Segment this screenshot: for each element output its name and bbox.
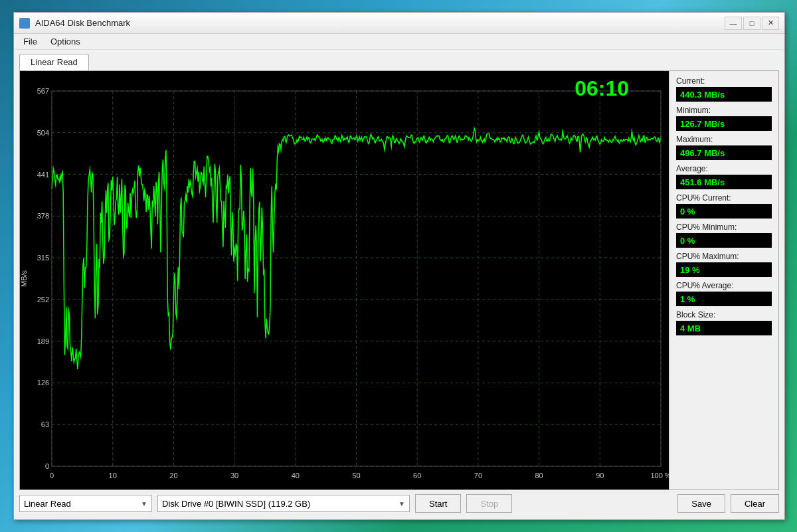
maximize-button[interactable]: □ <box>743 17 760 30</box>
save-button[interactable]: Save <box>677 494 725 513</box>
disk-dropdown[interactable]: Disk Drive #0 [BIWIN SSD] (119.2 GB) ▼ <box>157 495 410 512</box>
clear-button[interactable]: Clear <box>731 494 779 513</box>
stat-average: Average: 451.6 MB/s <box>676 164 772 189</box>
test-dropdown-value: Linear Read <box>24 499 71 509</box>
stat-cpu-minimum-label: CPU% Minimum: <box>676 222 772 232</box>
stats-panel: Current: 440.3 MB/s Minimum: 126.7 MB/s … <box>669 71 778 489</box>
stat-cpu-maximum: CPU% Maximum: 19 % <box>676 252 772 277</box>
menu-bar: File Options <box>14 34 784 50</box>
stat-minimum-label: Minimum: <box>676 106 772 115</box>
stat-maximum-label: Maximum: <box>676 135 772 144</box>
app-icon <box>19 18 30 29</box>
stat-cpu-average: CPU% Average: 1 % <box>676 281 772 306</box>
stat-cpu-minimum: CPU% Minimum: 0 % <box>676 222 772 248</box>
stat-cpu-minimum-value: 0 % <box>676 233 772 248</box>
close-button[interactable]: ✕ <box>762 17 779 30</box>
menu-options[interactable]: Options <box>44 35 87 48</box>
stat-current-label: Current: <box>676 76 772 86</box>
stat-average-label: Average: <box>676 164 772 173</box>
main-window: AIDA64 Disk Benchmark — □ ✕ File Options… <box>13 12 785 520</box>
main-panel: 06:10 Current: 440.3 MB/s Minimum: 126.7… <box>19 70 779 490</box>
test-dropdown[interactable]: Linear Read ▼ <box>19 495 152 512</box>
stat-cpu-current-value: 0 % <box>676 204 772 219</box>
stat-maximum: Maximum: 496.7 MB/s <box>676 135 772 160</box>
menu-file[interactable]: File <box>17 35 44 48</box>
stat-cpu-current-label: CPU% Current: <box>676 193 772 203</box>
start-button[interactable]: Start <box>415 494 461 513</box>
stat-block-size: Block Size: 4 MB <box>676 310 772 335</box>
stat-cpu-current: CPU% Current: 0 % <box>676 193 772 219</box>
stat-current: Current: 440.3 MB/s <box>676 76 772 102</box>
tab-bar: Linear Read <box>19 54 779 70</box>
stat-cpu-average-label: CPU% Average: <box>676 281 772 290</box>
stat-maximum-value: 496.7 MB/s <box>676 145 772 160</box>
chart-area: 06:10 <box>20 71 669 489</box>
window-controls: — □ ✕ <box>725 17 779 30</box>
stat-block-size-value: 4 MB <box>676 321 772 335</box>
stop-button[interactable]: Stop <box>466 494 512 513</box>
chart-timer: 06:10 <box>575 76 629 101</box>
stat-cpu-maximum-value: 19 % <box>676 262 772 277</box>
window-title: AIDA64 Disk Benchmark <box>35 18 725 28</box>
tab-linear-read[interactable]: Linear Read <box>19 54 89 70</box>
disk-dropdown-arrow: ▼ <box>398 500 405 507</box>
stat-cpu-average-value: 1 % <box>676 292 772 306</box>
stat-block-size-label: Block Size: <box>676 310 772 319</box>
benchmark-chart <box>20 71 669 489</box>
title-bar: AIDA64 Disk Benchmark — □ ✕ <box>14 13 784 34</box>
minimize-button[interactable]: — <box>725 17 742 30</box>
stat-cpu-maximum-label: CPU% Maximum: <box>676 252 772 261</box>
stat-minimum-value: 126.7 MB/s <box>676 116 772 131</box>
bottom-controls: Linear Read ▼ Disk Drive #0 [BIWIN SSD] … <box>19 490 779 515</box>
test-dropdown-arrow: ▼ <box>141 500 147 507</box>
content-area: Linear Read 06:10 Current: 440.3 MB/s Mi… <box>14 50 784 519</box>
stat-current-value: 440.3 MB/s <box>676 87 772 102</box>
stat-average-value: 451.6 MB/s <box>676 175 772 189</box>
disk-dropdown-value: Disk Drive #0 [BIWIN SSD] (119.2 GB) <box>162 499 310 509</box>
stat-minimum: Minimum: 126.7 MB/s <box>676 106 772 131</box>
